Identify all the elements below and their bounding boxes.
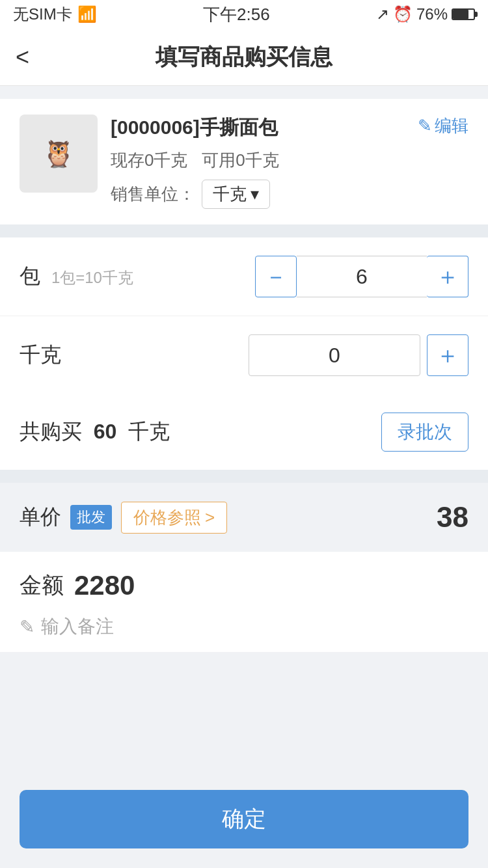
alarm-icon: ⏰ — [393, 5, 413, 23]
kg-increment-button[interactable]: ＋ — [427, 334, 468, 376]
amount-label: 金额 — [20, 571, 64, 601]
status-time: 下午2:56 — [203, 3, 270, 26]
product-card: 🦉 [0000006]手撕面包 ✎ 编辑 现存0千克 可用0千克 销售单位： 千… — [0, 99, 488, 224]
bag-stepper: － ＋ — [255, 256, 468, 297]
bag-hint: 1包=10千克 — [51, 269, 133, 286]
pifa-tag: 批发 — [70, 505, 112, 530]
product-unit-row: 销售单位： 千克 ▾ — [111, 180, 468, 209]
amount-row: 金额 2280 — [20, 570, 468, 601]
wifi-icon: 📶 — [77, 5, 97, 23]
page-title: 填写商品购买信息 — [156, 42, 332, 72]
battery-icon — [452, 8, 475, 20]
product-name: [0000006]手撕面包 — [111, 115, 278, 141]
note-row[interactable]: ✎ 输入备注 — [20, 614, 468, 645]
product-stock: 现存0千克 可用0千克 — [111, 149, 468, 172]
chevron-right-icon: > — [205, 508, 215, 528]
product-logo: 🦉 — [42, 139, 75, 169]
location-icon: ↗ — [376, 5, 389, 23]
back-button[interactable]: < — [16, 44, 29, 71]
unit-select[interactable]: 千克 ▾ — [202, 180, 270, 209]
pencil-icon: ✎ — [20, 616, 34, 638]
price-value: 38 — [437, 501, 468, 534]
separator-2 — [0, 470, 488, 483]
kg-label: 千克 — [20, 341, 249, 370]
status-bar: 无SIM卡 📶 下午2:56 ↗ ⏰ 76% — [0, 0, 488, 29]
bag-input[interactable] — [297, 256, 427, 297]
total-row: 共购买 60 千克 录批次 — [0, 394, 488, 470]
price-label: 单价 — [20, 503, 61, 532]
bag-row: 包 1包=10千克 － ＋ — [0, 237, 488, 316]
kg-input[interactable] — [249, 334, 420, 376]
product-title-row: [0000006]手撕面包 ✎ 编辑 — [111, 115, 468, 141]
bag-label: 包 1包=10千克 — [20, 262, 255, 291]
separator-1 — [0, 224, 488, 237]
edit-button[interactable]: ✎ 编辑 — [418, 115, 468, 137]
edit-icon: ✎ — [418, 116, 432, 136]
battery-text: 76% — [416, 5, 448, 23]
bag-increment-button[interactable]: ＋ — [427, 256, 468, 297]
product-info: [0000006]手撕面包 ✎ 编辑 现存0千克 可用0千克 销售单位： 千克 … — [111, 115, 468, 209]
batch-button[interactable]: 录批次 — [381, 413, 468, 452]
total-text: 共购买 60 千克 — [20, 418, 170, 446]
status-left: 无SIM卡 📶 — [13, 4, 97, 25]
total-amount: 60 — [94, 420, 117, 443]
carrier-text: 无SIM卡 — [13, 4, 72, 25]
amount-section: 金额 2280 ✎ 输入备注 — [0, 552, 488, 652]
product-image: 🦉 — [20, 115, 98, 193]
confirm-button[interactable]: 确定 — [20, 790, 468, 848]
input-section: 包 1包=10千克 － ＋ 千克 ＋ — [0, 237, 488, 394]
price-row: 单价 批发 价格参照 > 38 — [0, 483, 488, 552]
bottom-bar: 确定 — [0, 777, 488, 868]
bag-decrement-button[interactable]: － — [255, 256, 297, 297]
status-right: ↗ ⏰ 76% — [376, 5, 475, 23]
amount-value: 2280 — [74, 570, 135, 601]
kg-row: 千克 ＋ — [0, 316, 488, 394]
nav-bar: < 填写商品购买信息 — [0, 29, 488, 86]
note-placeholder: 输入备注 — [41, 614, 114, 639]
chevron-down-icon: ▾ — [251, 184, 259, 204]
price-ref-button[interactable]: 价格参照 > — [121, 502, 227, 534]
